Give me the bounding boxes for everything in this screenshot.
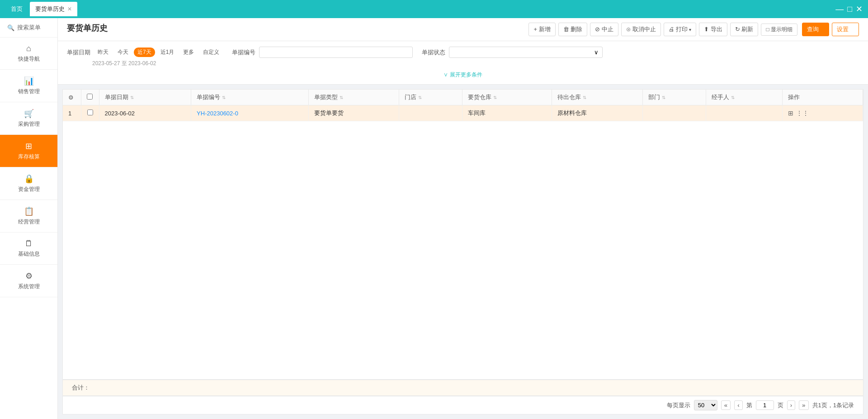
export-btn-label: ⬆ 导出 xyxy=(704,25,722,33)
row-type: 要货单要货 xyxy=(308,105,399,121)
page-number-input[interactable] xyxy=(756,400,774,410)
status-label: 单据状态 xyxy=(422,48,445,57)
row-checkbox-cell[interactable] xyxy=(81,105,99,121)
date-btn-today[interactable]: 今天 xyxy=(114,48,132,57)
print-dropdown-icon: ▾ xyxy=(689,27,691,32)
table-header-row: ⚙ 单据日期⇅ 单据编号⇅ 单据类型⇅ 门店⇅ 要货仓库⇅ 待出仓库⇅ 部门⇅ … xyxy=(63,90,863,105)
window-close-btn[interactable]: ✕ xyxy=(856,5,863,13)
row-checkbox[interactable] xyxy=(87,110,93,115)
table-footer: 合计： xyxy=(62,380,863,396)
sidebar-item-inventory-label: 库存核算 xyxy=(18,153,40,161)
tab-close-icon[interactable]: ✕ xyxy=(67,6,72,12)
row-edit-icon[interactable]: ⊞ xyxy=(788,110,793,117)
row-handler xyxy=(706,105,782,121)
th-checkbox[interactable] xyxy=(81,90,99,105)
per-page-label: 每页显示 xyxy=(667,401,690,409)
th-settings[interactable]: ⚙ xyxy=(63,90,81,105)
tab-order-history-label: 要货单历史 xyxy=(35,5,65,13)
date-btn-1month[interactable]: 近1月 xyxy=(157,48,178,57)
th-store[interactable]: 门店⇅ xyxy=(399,90,462,105)
th-number[interactable]: 单据编号⇅ xyxy=(191,90,309,105)
sidebar-item-inventory[interactable]: ⊞ 库存核算 xyxy=(0,135,57,167)
th-date[interactable]: 单据日期⇅ xyxy=(99,90,191,105)
refresh-btn[interactable]: ↻ 刷新 xyxy=(730,23,759,36)
next-page-btn[interactable]: › xyxy=(787,400,795,410)
prev-page-btn[interactable]: ‹ xyxy=(734,400,742,410)
sidebar-item-purchase-label: 采购管理 xyxy=(18,120,40,128)
sidebar-item-operations[interactable]: 📋 经营管理 xyxy=(0,200,57,233)
window-minimize-btn[interactable]: — xyxy=(835,5,844,13)
pagination-bar: 每页显示 50 100 200 « ‹ 第 页 › » 共1页，1条记录 xyxy=(62,396,863,414)
tab-home[interactable]: 首页 xyxy=(5,2,28,16)
row-store xyxy=(399,105,462,121)
per-page-select[interactable]: 50 100 200 xyxy=(694,400,717,410)
last-page-btn[interactable]: » xyxy=(799,400,808,410)
delete-btn-label: 🗑 删除 xyxy=(563,25,583,33)
th-handler[interactable]: 经手人⇅ xyxy=(706,90,782,105)
basic-info-icon: 🗒 xyxy=(25,239,33,248)
row-date: 2023-06-02 xyxy=(99,105,191,121)
doc-number-input[interactable] xyxy=(259,47,413,58)
search-menu-item[interactable]: 🔍 搜索菜单 xyxy=(0,18,57,38)
status-select[interactable]: ∨ xyxy=(449,47,603,58)
sidebar-item-basic-info[interactable]: 🗒 基础信息 xyxy=(0,233,57,265)
window-maximize-btn[interactable]: □ xyxy=(847,5,852,13)
sidebar-item-shortcut[interactable]: ⌂ 快捷导航 xyxy=(0,38,57,70)
date-btn-more[interactable]: 更多 xyxy=(179,48,198,57)
th-req-warehouse[interactable]: 要货仓库⇅ xyxy=(462,90,552,105)
data-table-container: ⚙ 单据日期⇅ 单据编号⇅ 单据类型⇅ 门店⇅ 要货仓库⇅ 待出仓库⇅ 部门⇅ … xyxy=(62,89,863,380)
cancel-stop-btn-label: ⊙ 取消中止 xyxy=(626,25,656,33)
row-req-warehouse: 车间库 xyxy=(462,105,552,121)
filter-area: 单据日期 昨天 今天 近7天 近1月 更多 自定义 单据编号 xyxy=(58,41,868,85)
print-btn[interactable]: 🖨 打印 ▾ xyxy=(664,23,697,36)
row-pending-warehouse: 原材料仓库 xyxy=(552,105,642,121)
finance-icon: 🔒 xyxy=(24,174,34,184)
sales-icon: 📊 xyxy=(24,76,34,86)
sidebar-item-sales[interactable]: 📊 销售管理 xyxy=(0,70,57,102)
row-num: 1 xyxy=(63,105,81,121)
row-actions: ⊞ ⋮⋮ xyxy=(782,105,863,121)
total-label: 共1页，1条记录 xyxy=(812,401,854,409)
first-page-btn[interactable]: « xyxy=(721,400,731,410)
date-range-display: 2023-05-27 至 2023-06-02 xyxy=(92,60,156,67)
date-btn-yesterday[interactable]: 昨天 xyxy=(94,48,112,57)
tab-home-label: 首页 xyxy=(11,5,23,13)
tab-order-history[interactable]: 要货单历史 ✕ xyxy=(30,2,77,16)
summary-label: 合计： xyxy=(72,384,90,391)
row-number-link[interactable]: YH-20230602-0 xyxy=(197,110,238,117)
display-detail-btn[interactable]: □ 显示明细 xyxy=(761,24,797,36)
delete-btn[interactable]: 🗑 删除 xyxy=(558,23,588,36)
th-type[interactable]: 单据类型⇅ xyxy=(308,90,399,105)
th-department[interactable]: 部门⇅ xyxy=(642,90,706,105)
display-detail-label: □ 显示明细 xyxy=(766,26,793,33)
expand-more-btn[interactable]: ∨ 展开更多条件 xyxy=(67,71,859,79)
sidebar-item-finance-label: 资金管理 xyxy=(18,186,40,193)
export-btn[interactable]: ⬆ 导出 xyxy=(699,23,727,36)
row-more-icon[interactable]: ⋮⋮ xyxy=(796,110,809,117)
page-prefix-label: 第 xyxy=(746,401,752,409)
refresh-btn-label: ↻ 刷新 xyxy=(735,25,754,33)
row-number: YH-20230602-0 xyxy=(191,105,309,121)
page-title: 要货单历史 xyxy=(67,23,108,38)
sidebar-item-finance[interactable]: 🔒 资金管理 xyxy=(0,167,57,200)
cancel-stop-btn[interactable]: ⊙ 取消中止 xyxy=(621,23,661,36)
select-all-checkbox[interactable] xyxy=(87,94,93,100)
date-btn-7days[interactable]: 近7天 xyxy=(134,48,155,57)
sidebar-item-system[interactable]: ⚙ 系统管理 xyxy=(0,265,57,297)
expand-more-label: ∨ 展开更多条件 xyxy=(443,71,482,79)
purchase-icon: 🛒 xyxy=(24,109,34,119)
date-filter-item: 单据日期 昨天 今天 近7天 近1月 更多 自定义 xyxy=(67,48,223,57)
search-btn[interactable]: 查询 xyxy=(802,23,829,36)
date-btn-custom[interactable]: 自定义 xyxy=(199,48,223,57)
search-icon: 🔍 xyxy=(7,24,14,31)
search-btn-label: 查询 xyxy=(807,25,819,33)
stop-btn[interactable]: ⊘ 中止 xyxy=(590,23,618,36)
sidebar-item-operations-label: 经营管理 xyxy=(18,218,40,226)
operations-icon: 📋 xyxy=(24,206,34,216)
sidebar-item-purchase[interactable]: 🛒 采购管理 xyxy=(0,102,57,135)
th-pending-warehouse[interactable]: 待出仓库⇅ xyxy=(552,90,642,105)
new-btn[interactable]: + 新增 xyxy=(528,23,555,36)
settings-btn[interactable]: 设置 xyxy=(832,23,859,36)
inventory-icon: ⊞ xyxy=(25,141,32,151)
table-row: 1 2023-06-02 YH-20230602-0 要货单要货 车间库 原材料… xyxy=(63,105,863,121)
